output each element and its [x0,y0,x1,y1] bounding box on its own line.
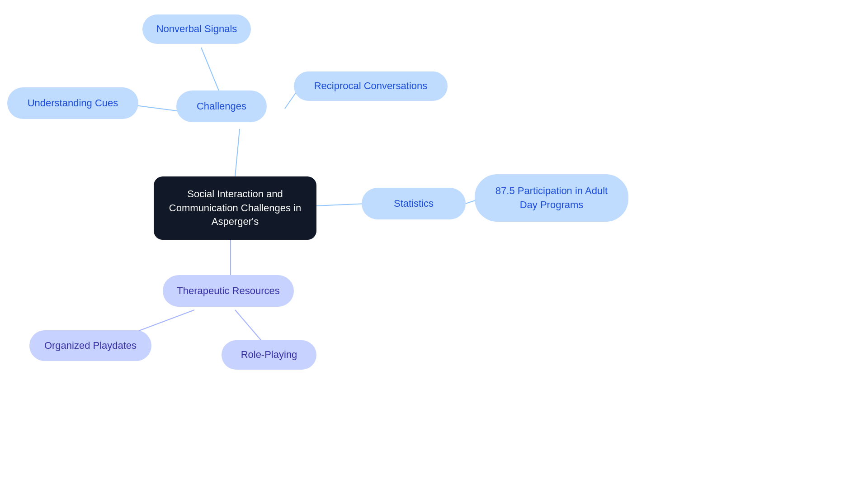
playdates-node: Organized Playdates [29,330,151,361]
adult-day-label: 87.5 Participation in Adult Day Programs [487,184,616,212]
svg-line-1 [201,48,222,97]
challenges-label: Challenges [197,100,246,114]
therapeutic-node: Therapeutic Resources [163,275,294,307]
svg-line-4 [316,204,366,206]
center-node: Social Interaction and Communication Cha… [154,176,316,240]
adult-day-node: 87.5 Participation in Adult Day Programs [475,174,628,222]
role-playing-node: Role-Playing [222,340,316,370]
understanding-cues-node: Understanding Cues [7,87,138,119]
svg-line-8 [235,310,262,342]
svg-line-0 [235,129,240,176]
statistics-label: Statistics [394,197,434,211]
understanding-cues-label: Understanding Cues [28,96,118,110]
nonverbal-node: Nonverbal Signals [142,14,251,44]
reciprocal-node: Reciprocal Conversations [294,71,448,101]
challenges-node: Challenges [176,90,267,122]
center-label: Social Interaction and Communication Cha… [166,187,304,229]
role-playing-label: Role-Playing [241,348,297,362]
nonverbal-label: Nonverbal Signals [156,22,237,36]
playdates-label: Organized Playdates [44,339,137,353]
reciprocal-label: Reciprocal Conversations [314,79,428,93]
therapeutic-label: Therapeutic Resources [177,284,279,298]
statistics-node: Statistics [362,188,466,219]
